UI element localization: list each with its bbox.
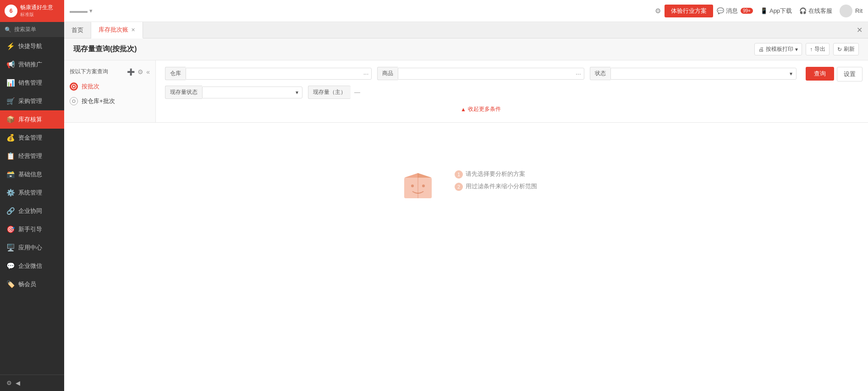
tab-close-icon[interactable]: ✕ (131, 27, 135, 33)
edition-label: 标准版 (20, 11, 53, 18)
basic-icon: 🗃️ (6, 170, 15, 179)
warehouse-input[interactable] (186, 68, 361, 79)
sidebar-item-newbie[interactable]: 🎯 新手引导 (0, 220, 64, 239)
filter-section: 按以下方案查询 ➕ ⚙ « 按批次 (64, 60, 868, 123)
sidebar-item-basic[interactable]: 🗃️ 基础信息 (0, 165, 64, 184)
user-section[interactable]: Rit (840, 5, 863, 17)
search-label: 搜索菜单 (14, 26, 36, 33)
username-label: Rit (855, 7, 863, 14)
settings-icon[interactable]: ⚙ (6, 380, 12, 386)
online-service-section[interactable]: 🎧 在线客服 (799, 7, 832, 15)
sidebar-footer: ⚙ ◀ (0, 375, 64, 391)
filter-right-area: 仓库 ··· 商品 ··· (156, 60, 868, 122)
sidebar-item-marketing[interactable]: 📢 营销推广 (0, 55, 64, 74)
status-select[interactable]: ▾ (610, 68, 797, 80)
messages-label: 消息 (726, 7, 738, 15)
sidebar-item-label: 销售管理 (18, 79, 42, 87)
tab-inventory-batch[interactable]: 库存批次账 ✕ (91, 22, 143, 38)
sidebar-item-wechat[interactable]: 💬 企业微信 (0, 257, 64, 275)
empty-state: 1 请先选择要分析的方案 2 用过滤条件来缩小分析范围 (64, 123, 868, 242)
qty-dash: — (354, 89, 360, 96)
collapse-sidebar-icon[interactable]: ◀ (16, 380, 20, 386)
chevron-down-icon[interactable]: ▾ (89, 7, 93, 14)
query-button[interactable]: 查询 (806, 67, 834, 81)
sidebar-item-label: 企业协同 (18, 207, 42, 215)
page-header: 现存量查询(按批次) 🖨 按模板打印 ▾ ↑ 导出 ↻ 刷新 (64, 38, 868, 60)
inventory-status-label: 现存量状态 (165, 86, 202, 99)
gear-icon[interactable]: ⚙ (655, 7, 661, 15)
action-buttons: 查询 设置 (806, 60, 868, 122)
hint-item-2: 2 用过滤条件来缩小分析范围 (455, 182, 537, 191)
status-label: 状态 (590, 67, 610, 80)
scheme-by-batch[interactable]: 按批次 (64, 79, 155, 94)
hint-num-1: 1 (455, 170, 463, 179)
sidebar-item-label: 新手引导 (18, 225, 42, 234)
product-label: 商品 (377, 67, 398, 80)
marketing-icon: 📢 (6, 60, 15, 69)
tabs-panel-close-btn[interactable]: ✕ (851, 26, 868, 34)
settings-button[interactable]: 设置 (837, 67, 863, 81)
breadcrumb-text: ▬▬▬ (70, 7, 88, 14)
system-icon: ⚙️ (6, 189, 15, 197)
export-label: 导出 (814, 45, 825, 53)
sidebar-item-purchase[interactable]: 🛒 采购管理 (0, 92, 64, 110)
chevron-up-icon: ▲ (461, 106, 466, 113)
page-header-actions: 🖨 按模板打印 ▾ ↑ 导出 ↻ 刷新 (754, 43, 859, 55)
finance-icon: 💰 (6, 134, 15, 142)
svg-point-6 (422, 185, 425, 187)
tab-home-label: 首页 (71, 26, 83, 34)
sidebar-item-label: 库存核算 (18, 115, 42, 124)
print-dropdown-icon[interactable]: ▾ (795, 46, 798, 53)
svg-point-5 (411, 185, 414, 187)
topbar: ▬▬▬ ▾ ⚙ 体验行业方案 💬 消息 99+ 📱 App下载 🎧 在线客服 R… (64, 0, 868, 22)
print-label: 按模板打印 (766, 45, 793, 53)
sidebar: 6 畅康通好生意 标准版 🔍 搜索菜单 ⚡ 快捷导航 📢 营销推广 📊 销售管理… (0, 0, 64, 391)
empty-state-inner: 1 请先选择要分析的方案 2 用过滤条件来缩小分析范围 (395, 159, 537, 205)
shortcut-icon: ⚡ (6, 42, 15, 50)
add-scheme-icon[interactable]: ➕ (127, 68, 135, 76)
main-area: ▬▬▬ ▾ ⚙ 体验行业方案 💬 消息 99+ 📱 App下载 🎧 在线客服 R… (64, 0, 868, 391)
sidebar-header: 6 畅康通好生意 标准版 (0, 0, 64, 22)
collapse-more-btn[interactable]: ▲ 收起更多条件 (165, 103, 797, 116)
sidebar-item-finance[interactable]: 💰 资金管理 (0, 129, 64, 147)
scheme-inactive-icon (70, 97, 78, 105)
sidebar-search[interactable]: 🔍 搜索菜单 (0, 22, 64, 37)
svg-point-2 (72, 100, 75, 103)
product-dots-btn[interactable]: ··· (573, 70, 584, 77)
hint-num-2: 2 (455, 183, 463, 191)
apps-icon: 🖥️ (6, 244, 15, 252)
settings-scheme-icon[interactable]: ⚙ (137, 68, 143, 76)
inventory-status-select[interactable]: ▾ (202, 87, 302, 98)
filter-actions: ➕ ⚙ « (127, 68, 150, 76)
sidebar-item-apps[interactable]: 🖥️ 应用中心 (0, 239, 64, 257)
scheme-by-warehouse-batch[interactable]: 按仓库+批次 (64, 94, 155, 109)
inventory-status-chevron-icon: ▾ (296, 89, 298, 96)
experience-btn[interactable]: 体验行业方案 (665, 5, 713, 17)
collapse-filter-icon[interactable]: « (146, 68, 150, 76)
filter-field-warehouse: 仓库 ··· (165, 67, 372, 80)
sidebar-item-label: 基础信息 (18, 170, 42, 179)
scheme-by-batch-label: 按批次 (82, 82, 99, 91)
app-logo: 6 (5, 5, 17, 17)
sidebar-item-operations[interactable]: 📋 经营管理 (0, 147, 64, 165)
warehouse-dots-btn[interactable]: ··· (361, 70, 372, 77)
sidebar-item-sales[interactable]: 📊 销售管理 (0, 74, 64, 92)
company-name: 畅康通好生意 (20, 4, 53, 11)
sidebar-item-system[interactable]: ⚙️ 系统管理 (0, 184, 64, 202)
sidebar-item-shortcut[interactable]: ⚡ 快捷导航 (0, 37, 64, 55)
sidebar-item-enterprise[interactable]: 🔗 企业协同 (0, 202, 64, 220)
refresh-btn[interactable]: ↻ 刷新 (833, 43, 859, 55)
messages-section[interactable]: 💬 消息 99+ (717, 7, 753, 15)
sidebar-item-label: 应用中心 (18, 244, 42, 252)
app-download-section[interactable]: 📱 App下载 (760, 7, 792, 15)
sidebar-item-inventory[interactable]: 📦 库存核算 (0, 110, 64, 129)
app-download-label: App下载 (769, 7, 792, 15)
sidebar-item-label: 采购管理 (18, 97, 42, 105)
product-input-wrapper: ··· (398, 68, 584, 80)
product-input[interactable] (398, 68, 573, 79)
export-btn[interactable]: ↑ 导出 (806, 43, 830, 55)
tab-home[interactable]: 首页 (64, 22, 91, 38)
sidebar-item-member[interactable]: 🏷️ 畅会员 (0, 275, 64, 293)
print-by-template-btn[interactable]: 🖨 按模板打印 ▾ (754, 43, 802, 55)
avatar (840, 5, 852, 17)
